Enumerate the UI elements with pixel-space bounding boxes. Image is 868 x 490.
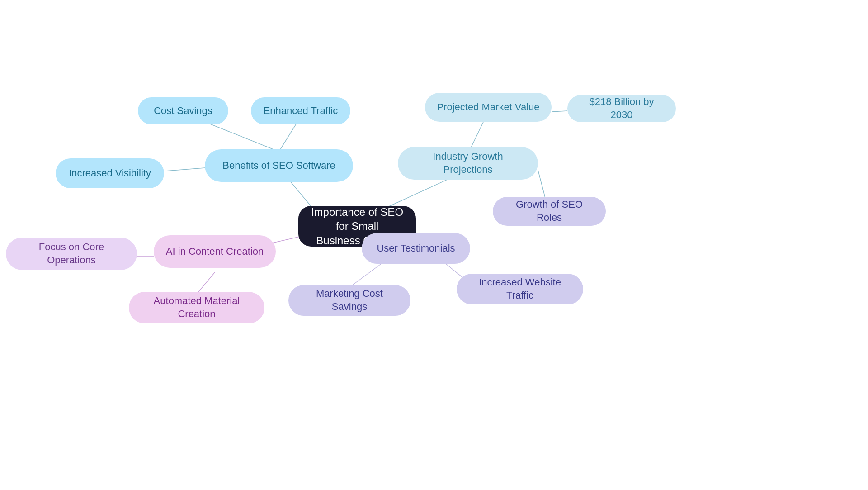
- enhanced-traffic-node: Enhanced Traffic: [251, 97, 350, 124]
- growth-seo-roles-label: Growth of SEO Roles: [504, 198, 595, 224]
- increased-website-node: Increased Website Traffic: [457, 274, 583, 304]
- automated-material-node: Automated Material Creation: [129, 292, 264, 323]
- benefits-seo-node: Benefits of SEO Software: [205, 149, 353, 182]
- ai-content-label: AI in Content Creation: [166, 245, 264, 258]
- cost-savings-label: Cost Savings: [154, 105, 212, 118]
- market-value-num-label: $218 Billion by 2030: [578, 95, 665, 121]
- projected-market-node: Projected Market Value: [425, 93, 552, 122]
- marketing-cost-label: Marketing Cost Savings: [299, 287, 400, 313]
- svg-line-12: [349, 262, 384, 287]
- growth-seo-roles-node: Growth of SEO Roles: [493, 197, 606, 226]
- cost-savings-node: Cost Savings: [138, 97, 228, 124]
- user-testimonials-label: User Testimonials: [377, 242, 455, 255]
- svg-line-11: [197, 272, 215, 294]
- user-testimonials-node: User Testimonials: [362, 233, 470, 264]
- increased-visibility-node: Increased Visibility: [56, 158, 164, 188]
- ai-content-node: AI in Content Creation: [154, 235, 276, 268]
- projected-market-label: Projected Market Value: [437, 101, 539, 114]
- increased-visibility-label: Increased Visibility: [69, 167, 151, 180]
- svg-line-9: [552, 111, 567, 112]
- enhanced-traffic-label: Enhanced Traffic: [264, 105, 338, 118]
- market-value-num-node: $218 Billion by 2030: [567, 95, 676, 122]
- industry-growth-node: Industry Growth Projections: [398, 147, 538, 180]
- focus-core-node: Focus on Core Operations: [6, 238, 137, 270]
- benefits-seo-label: Benefits of SEO Software: [222, 159, 335, 172]
- industry-growth-label: Industry Growth Projections: [409, 150, 527, 176]
- focus-core-label: Focus on Core Operations: [17, 241, 126, 266]
- increased-website-label: Increased Website Traffic: [467, 276, 572, 302]
- marketing-cost-node: Marketing Cost Savings: [288, 285, 410, 316]
- automated-material-label: Automated Material Creation: [140, 295, 254, 320]
